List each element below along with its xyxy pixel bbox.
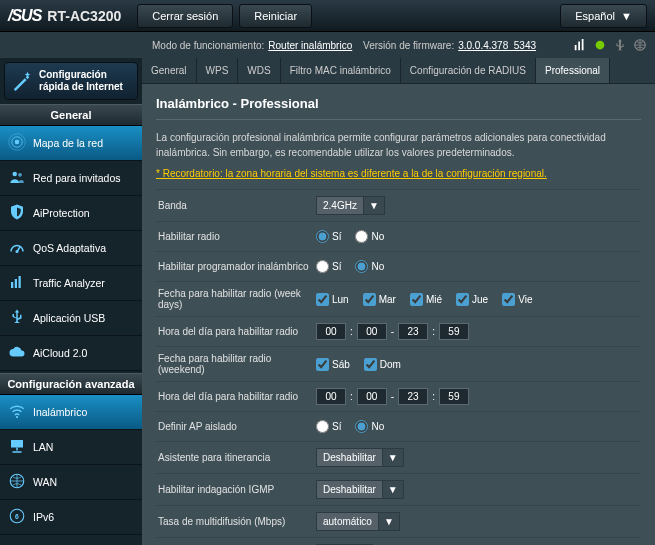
- isolated-label: Definir AP aislado: [156, 421, 316, 432]
- page-title: Inalámbrico - Professional: [156, 96, 641, 120]
- svg-point-5: [13, 172, 18, 177]
- shield-icon: [8, 203, 26, 223]
- hour1-label: Hora del día para habilitar radio: [156, 326, 316, 337]
- model-name: RT-AC3200: [47, 8, 121, 24]
- sidebar-item-label: Traffic Analyzer: [33, 277, 105, 289]
- igmp-select[interactable]: Deshabilitar▼: [316, 480, 404, 499]
- sidebar-item-label: Aplicación USB: [33, 312, 105, 324]
- sidebar: Configuración rápida de Internet General…: [0, 58, 142, 545]
- info-bar: Modo de funcionamiento: Router inalámbri…: [0, 32, 655, 58]
- isolated-yes[interactable]: Sí: [316, 420, 341, 433]
- timezone-warning[interactable]: * Recordatorio: la zona horaria del sist…: [156, 168, 641, 179]
- hour2-h2[interactable]: [398, 388, 428, 405]
- hour2-m2[interactable]: [439, 388, 469, 405]
- day-Vie[interactable]: Vie: [502, 293, 532, 306]
- sidebar-item-traffic[interactable]: Traffic Analyzer: [0, 266, 142, 301]
- band-label: Banda: [156, 200, 316, 211]
- sidebar-item-label: Mapa de la red: [33, 137, 103, 149]
- tab-filtro-mac-inalámbrico[interactable]: Filtro MAC inalámbrico: [281, 58, 401, 83]
- svg-rect-8: [11, 282, 13, 288]
- mode-value[interactable]: Router inalámbrico: [268, 40, 352, 51]
- sidebar-item-lan[interactable]: LAN: [0, 430, 142, 465]
- reboot-button[interactable]: Reiniciar: [239, 4, 312, 28]
- band-select[interactable]: 2.4GHz▼: [316, 196, 385, 215]
- day-Mié[interactable]: Mié: [410, 293, 442, 306]
- fw-value[interactable]: 3.0.0.4.378_5343: [458, 40, 536, 51]
- fw-label: Versión de firmware:: [363, 40, 454, 51]
- sidebar-item-label: QoS Adaptativa: [33, 242, 106, 254]
- svg-text:6: 6: [15, 513, 19, 520]
- svg-point-6: [18, 173, 22, 177]
- wifi-icon: [8, 402, 26, 422]
- traffic-icon: [8, 273, 26, 293]
- day-Sáb[interactable]: Sáb: [316, 358, 350, 371]
- enable-radio-yes[interactable]: Sí: [316, 230, 341, 243]
- svg-rect-9: [15, 279, 17, 288]
- enable-radio-label: Habilitar radio: [156, 231, 316, 242]
- enable-radio-no[interactable]: No: [355, 230, 384, 243]
- tab-wds[interactable]: WDS: [238, 58, 280, 83]
- hour2-m1[interactable]: [357, 388, 387, 405]
- language-select[interactable]: Español ▼: [560, 4, 647, 28]
- hour1-h1[interactable]: [316, 323, 346, 340]
- roaming-select[interactable]: Deshabilitar▼: [316, 448, 404, 467]
- svg-point-7: [16, 250, 19, 253]
- sidebar-item-ipv6[interactable]: 6IPv6: [0, 500, 142, 535]
- enable-sched-no[interactable]: No: [355, 260, 384, 273]
- hour2-h1[interactable]: [316, 388, 346, 405]
- map-icon: [8, 133, 26, 153]
- day-Mar[interactable]: Mar: [363, 293, 396, 306]
- sidebar-item-shield[interactable]: AiProtection: [0, 196, 142, 231]
- sidebar-header-general: General: [0, 104, 142, 126]
- magic-wand-icon: [11, 70, 33, 92]
- hour1-h2[interactable]: [398, 323, 428, 340]
- ipv6-icon: 6: [8, 507, 26, 527]
- igmp-label: Habilitar indagación IGMP: [156, 484, 316, 495]
- sidebar-item-usb[interactable]: Aplicación USB: [0, 301, 142, 336]
- sidebar-item-label: AiProtection: [33, 207, 90, 219]
- multicast-label: Tasa de multidifusión (Mbps): [156, 516, 316, 527]
- sidebar-item-map[interactable]: Mapa de la red: [0, 126, 142, 161]
- quick-setup-button[interactable]: Configuración rápida de Internet: [4, 62, 138, 100]
- usb-icon: [8, 308, 26, 328]
- tab-bar: GeneralWPSWDSFiltro MAC inalámbricoConfi…: [142, 58, 655, 84]
- sidebar-item-cloud[interactable]: AiCloud 2.0: [0, 336, 142, 371]
- logout-button[interactable]: Cerrar sesión: [137, 4, 233, 28]
- content-area: GeneralWPSWDSFiltro MAC inalámbricoConfi…: [142, 58, 655, 545]
- brand-logo: /SUS: [8, 7, 41, 25]
- enable-sched-label: Habilitar programador inalámbrico: [156, 261, 316, 272]
- guest-icon: [8, 168, 26, 188]
- tab-professional[interactable]: Professional: [536, 58, 610, 83]
- weekend-label: Fecha para habilitar radio (weekend): [156, 353, 316, 375]
- hour1-m2[interactable]: [439, 323, 469, 340]
- day-Jue[interactable]: Jue: [456, 293, 488, 306]
- tab-configuración-de-radius[interactable]: Configuración de RADIUS: [401, 58, 536, 83]
- qos-icon: [8, 238, 26, 258]
- sidebar-item-guest[interactable]: Red para invitados: [0, 161, 142, 196]
- sidebar-item-label: LAN: [33, 441, 53, 453]
- tab-wps[interactable]: WPS: [197, 58, 239, 83]
- sidebar-item-vpn[interactable]: VPN: [0, 535, 142, 545]
- enable-sched-yes[interactable]: Sí: [316, 260, 341, 273]
- hour1-m1[interactable]: [357, 323, 387, 340]
- multicast-select[interactable]: automático▼: [316, 512, 400, 531]
- page-description: La configuración profesional inalámbrica…: [156, 130, 641, 160]
- day-Lun[interactable]: Lun: [316, 293, 349, 306]
- sidebar-item-wifi[interactable]: Inalámbrico: [0, 395, 142, 430]
- day-Dom[interactable]: Dom: [364, 358, 401, 371]
- isolated-no[interactable]: No: [355, 420, 384, 433]
- globe-icon: [633, 38, 647, 52]
- sidebar-item-label: AiCloud 2.0: [33, 347, 87, 359]
- sidebar-item-label: Inalámbrico: [33, 406, 87, 418]
- status-icons: [573, 38, 647, 52]
- topbar: /SUS RT-AC3200 Cerrar sesión Reiniciar E…: [0, 0, 655, 32]
- sidebar-item-qos[interactable]: QoS Adaptativa: [0, 231, 142, 266]
- svg-point-2: [15, 140, 20, 145]
- led-icon: [593, 38, 607, 52]
- tab-general[interactable]: General: [142, 58, 197, 83]
- sidebar-item-label: IPv6: [33, 511, 54, 523]
- sidebar-header-advanced: Configuración avanzada: [0, 373, 142, 395]
- sidebar-item-wan[interactable]: WAN: [0, 465, 142, 500]
- sidebar-item-label: WAN: [33, 476, 57, 488]
- svg-point-0: [596, 41, 605, 50]
